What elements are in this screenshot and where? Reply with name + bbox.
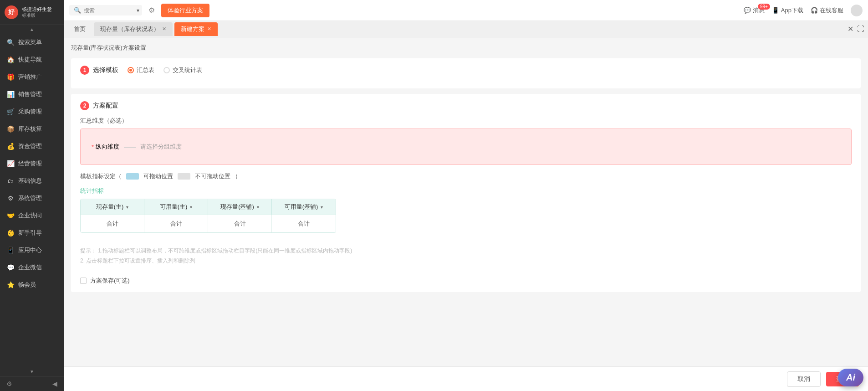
collapse-icon[interactable]: ◀ [52,380,57,387]
main-qty-label: 现存量(主) [96,203,124,211]
stats-header-base-qty[interactable]: 现存量(基辅) ▾ [208,199,272,215]
expand-icon[interactable]: ⛶ [857,25,864,33]
stats-section-label: 统计指标 [80,187,852,195]
sidebar: 好 畅捷通好生意 标准版 ▲ 🔍 搜索菜单 🏠 快捷导航 🎁 营销推广 📊 销售… [0,0,64,391]
chart-icon: 📊 [6,90,15,98]
main-area: 🔍 ▾ ⚙ 体验行业方案 💬 消息 99+ 📱 App下载 🎧 在线客服 [64,0,868,391]
cart-icon: 🛒 [6,108,15,116]
sidebar-scroll-up[interactable]: ▲ [0,25,64,34]
phone-icon: 📱 [6,246,15,254]
app-logo: 好 畅捷通好生意 标准版 [0,0,64,25]
cancel-button[interactable]: 取消 [787,371,821,387]
sidebar-item-label: 采购管理 [18,108,42,116]
sidebar-item-label: 搜索菜单 [18,38,42,46]
base-available-label: 可用量(基辅) [285,203,318,211]
phone-icon: 📱 [772,7,779,14]
tab-inventory-label: 现存量（库存状况表） [100,25,159,33]
template-radio-group: 汇总表 交叉统计表 [128,66,202,74]
sidebar-item-shortcut[interactable]: 🏠 快捷导航 [0,51,64,68]
sidebar-item-label: 销售管理 [18,90,42,98]
topbar-right: 💬 消息 99+ 📱 App下载 🎧 在线客服 [744,5,863,16]
user-menu[interactable] [851,5,863,16]
sidebar-item-apps[interactable]: 📱 应用中心 [0,242,64,259]
stats-header-available-qty[interactable]: 可用量(主) ▾ [144,199,208,215]
search-box[interactable]: 🔍 ▾ [69,5,142,15]
sidebar-item-inventory[interactable]: 📦 库存核算 [0,120,64,138]
save-checkbox[interactable] [80,278,87,284]
topbar-gear-icon[interactable]: ⚙ [148,6,155,15]
sidebar-item-label: 新手引导 [18,229,42,237]
sidebar-item-system[interactable]: ⚙ 系统管理 [0,190,64,207]
sidebar-item-purchase[interactable]: 🛒 采购管理 [0,103,64,120]
stats-body-main-qty: 合计 [81,215,144,232]
stats-header-main-qty[interactable]: 现存量(主) ▾ [81,199,144,215]
save-label: 方案保存(可选) [90,277,130,285]
topbar: 🔍 ▾ ⚙ 体验行业方案 💬 消息 99+ 📱 App下载 🎧 在线客服 [64,0,868,21]
sidebar-item-label: 营销推广 [18,73,42,81]
dimension-area[interactable]: * 纵向维度 —— 请选择分组维度 [80,129,852,165]
sidebar-item-label: 资金管理 [18,142,42,150]
sidebar-menu: 🔍 搜索菜单 🏠 快捷导航 🎁 营销推广 📊 销售管理 🛒 采购管理 📦 库存核… [0,34,64,367]
tab-inventory-status[interactable]: 现存量（库存状况表） ✕ [94,22,173,36]
footer-bar: 取消 查询 [64,366,868,391]
tab-new-scheme-close[interactable]: ✕ [207,26,211,32]
radio-summary-circle [128,67,134,73]
tab-inventory-close[interactable]: ✕ [162,26,166,32]
stats-header-base-available[interactable]: 可用量(基辅) ▾ [272,199,336,215]
template-setting-suffix: ） [235,172,241,180]
sidebar-item-label: 系统管理 [18,194,42,202]
online-service-button[interactable]: 🎧 在线客服 [811,6,843,15]
sidebar-item-newbie[interactable]: 👶 新手引导 [0,224,64,242]
sidebar-item-basic[interactable]: 🗂 基础信息 [0,172,64,190]
tab-home[interactable]: 首页 [67,22,92,36]
close-panel-icon[interactable]: ✕ [848,25,853,33]
radio-cross-label: 交叉统计表 [173,66,202,74]
search-input[interactable] [84,7,134,14]
tip-title: 提示： 1.拖动标题栏可以调整布局，不可跨维度或指标区域拖动栏目字段(只能在同一… [80,246,852,256]
sidebar-item-sales[interactable]: 📊 销售管理 [0,86,64,103]
dimension-section-label: 汇总维度（必选） [80,117,852,125]
folder-icon: 🗂 [6,177,15,185]
sidebar-item-cooperation[interactable]: 🤝 企业协同 [0,207,64,224]
stats-body-available-qty: 合计 [144,215,208,232]
search-dropdown-button[interactable]: ▾ [137,7,139,14]
step2-section: 2 方案配置 汇总维度（必选） * 纵向维度 —— 请选择分组维度 模板指标设定… [71,94,861,292]
money-icon: 💰 [6,142,15,150]
messages-badge: 99+ [758,4,770,10]
sidebar-item-label: 快捷导航 [18,56,42,64]
sidebar-item-member[interactable]: ⭐ 畅会员 [0,276,64,293]
search-icon: 🔍 [74,7,81,14]
app-download-label: App下载 [781,6,803,15]
tip-2-text: 2. 点击标题栏下拉可设置排序、插入列和删除列 [80,257,195,264]
fixed-indicator [178,173,190,180]
stats-body-base-qty: 合计 [208,215,272,232]
settings-icon[interactable]: ⚙ [6,380,12,387]
sidebar-item-marketing[interactable]: 🎁 营销推广 [0,68,64,86]
messages-button[interactable]: 💬 消息 99+ [744,6,765,15]
separator: —— [124,144,136,150]
main-qty-chevron: ▾ [126,205,128,210]
ai-fab-button[interactable]: Ai [838,369,863,386]
sidebar-scroll-down[interactable]: ▼ [0,367,64,376]
base-available-chevron: ▾ [321,205,323,210]
tab-new-scheme[interactable]: 新建方案 ✕ [174,22,218,36]
stats-header-row: 现存量(主) ▾ 可用量(主) ▾ 现存量(基辅) ▾ 可用量(基辅) [81,199,336,215]
app-download-button[interactable]: 📱 App下载 [772,6,803,15]
radio-summary[interactable]: 汇总表 [128,66,154,74]
tabbar: 首页 现存量（库存状况表） ✕ 新建方案 ✕ ✕ ⛶ [64,21,868,37]
sidebar-item-label: 畅会员 [18,281,36,289]
sidebar-item-finance[interactable]: 💰 资金管理 [0,138,64,155]
sidebar-item-search[interactable]: 🔍 搜索菜单 [0,34,64,51]
trial-button[interactable]: 体验行业方案 [161,4,209,17]
page-title: 现存量(库存状况表)方案设置 [71,44,861,52]
required-mark: * [92,144,94,150]
sidebar-item-label: 基础信息 [18,177,42,185]
sidebar-item-business[interactable]: 📈 经营管理 [0,155,64,172]
sidebar-item-wechat[interactable]: 💬 企业微信 [0,259,64,276]
tips-section: 提示： 1.拖动标题栏可以调整布局，不可跨维度或指标区域拖动栏目字段(只能在同一… [80,242,852,270]
radio-cross[interactable]: 交叉统计表 [163,66,202,74]
tab-area-actions: ✕ ⛶ [848,25,864,33]
newbie-icon: 👶 [6,229,15,237]
trend-icon: 📈 [6,159,15,168]
vertical-dimension-label: 纵向维度 [96,143,119,151]
